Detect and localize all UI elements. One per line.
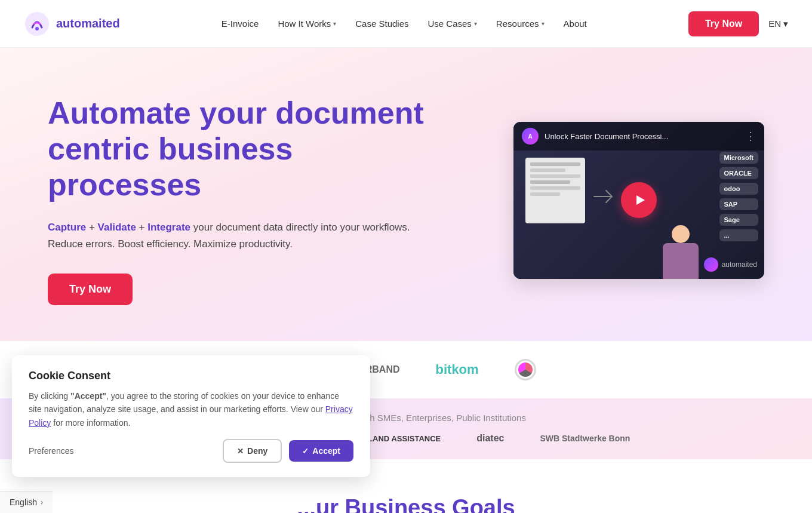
cookie-preferences[interactable]: Preferences <box>29 446 73 456</box>
lang-chevron: ▾ <box>783 19 788 29</box>
hero-section: Automate your document centric business … <box>0 48 812 341</box>
video-title-text: Unlock Faster Document Processi... <box>545 132 668 141</box>
svg-marker-2 <box>636 195 645 205</box>
lang-selector[interactable]: EN ▾ <box>768 19 788 29</box>
brand-sap: SAP <box>719 198 759 210</box>
watermark-logo-icon <box>704 257 718 272</box>
cookie-title: Cookie Consent <box>29 370 353 382</box>
brand-microsoft: Microsoft <box>719 152 759 164</box>
cookie-accept-button[interactable]: ✓ Accept <box>289 440 353 462</box>
lang-bar-label: English <box>10 497 37 507</box>
person-silhouette <box>657 225 705 279</box>
cookie-text3: for more information. <box>51 418 130 428</box>
hero-capture: Capture <box>48 222 86 233</box>
svg-point-1 <box>35 27 39 30</box>
hero-plus2: + <box>136 222 147 233</box>
use-cases-chevron: ▾ <box>474 20 477 27</box>
video-more-icon: ⋮ <box>745 130 756 143</box>
swb-logo: SWB Stadtwerke Bonn <box>540 434 630 443</box>
swb-text: SWB Stadtwerke Bonn <box>540 434 630 443</box>
video-bg: A Unlock Faster Document Processi... ⋮ M… <box>513 122 764 279</box>
automaited-watermark: automaited <box>704 257 757 272</box>
oracle-circle-icon <box>515 359 536 380</box>
video-title-bar: A Unlock Faster Document Processi... ⋮ <box>513 122 764 150</box>
hero-validate: Validate <box>98 222 136 233</box>
watermark-text: automaited <box>722 260 757 269</box>
logo-text: automaited <box>56 17 120 30</box>
nav-einvoice[interactable]: E-Invoice <box>222 19 259 29</box>
bitkom-text: bitkom <box>436 362 479 377</box>
lang-bar-chevron: › <box>41 498 43 506</box>
nav-case-studies[interactable]: Case Studies <box>355 19 408 29</box>
nav-use-cases[interactable]: Use Cases▾ <box>428 19 477 29</box>
diatec-logo: diatec <box>476 433 504 444</box>
hero-right: A Unlock Faster Document Processi... ⋮ M… <box>513 122 764 279</box>
resources-chevron: ▾ <box>542 20 545 27</box>
brand-odoo: odoo <box>719 183 759 195</box>
cookie-body: By clicking "Accept", you agree to the s… <box>29 389 353 429</box>
logo[interactable]: automaited <box>24 11 120 37</box>
nav-links: E-Invoice How It Works▾ Case Studies Use… <box>222 19 587 29</box>
accept-check-icon: ✓ <box>302 447 309 456</box>
cookie-actions: Preferences ✕ Deny ✓ Accept <box>29 439 353 463</box>
cookie-deny-button[interactable]: ✕ Deny <box>223 439 282 463</box>
navbar: automaited E-Invoice How It Works▾ Case … <box>0 0 812 48</box>
svg-point-0 <box>25 12 49 36</box>
brand-oracle: ORACLE <box>719 167 759 179</box>
play-button[interactable] <box>621 182 657 218</box>
hero-plus1: + <box>86 222 97 233</box>
nav-right: Try Now EN ▾ <box>688 11 788 36</box>
video-logo-icon: A <box>522 128 539 145</box>
business-title: ...ur Business Goals <box>48 495 764 513</box>
cookie-consent: Cookie Consent By clicking "Accept", you… <box>12 355 370 477</box>
try-now-hero-button[interactable]: Try Now <box>48 274 133 305</box>
hero-left: Automate your document centric business … <box>48 96 430 305</box>
video-thumbnail[interactable]: A Unlock Faster Document Processi... ⋮ M… <box>513 122 764 279</box>
brand-more: ... <box>719 229 759 241</box>
oracle-logo <box>515 359 536 380</box>
cookie-accept-word: "Accept" <box>70 391 106 401</box>
nav-how-it-works[interactable]: How It Works▾ <box>278 19 336 29</box>
arrow-icon <box>591 188 615 205</box>
hero-title: Automate your document centric business … <box>48 96 430 202</box>
logo-icon <box>24 11 50 37</box>
try-now-nav-button[interactable]: Try Now <box>688 11 759 36</box>
lang-label: EN <box>768 19 781 29</box>
document-preview <box>525 158 585 223</box>
hero-subtitle: Capture + Validate + Integrate your docu… <box>48 219 430 251</box>
oracle-inner-icon <box>518 363 533 377</box>
diatec-text: diatec <box>476 433 504 444</box>
play-icon <box>633 193 647 207</box>
hero-integrate: Integrate <box>147 222 190 233</box>
brand-sage: Sage <box>719 214 759 226</box>
cookie-text1: By clicking <box>29 391 70 401</box>
how-it-works-chevron: ▾ <box>333 20 336 27</box>
lang-bar[interactable]: English › <box>0 491 53 513</box>
video-brands: Microsoft ORACLE odoo SAP Sage ... <box>719 152 759 241</box>
nav-about[interactable]: About <box>564 19 587 29</box>
nav-resources[interactable]: Resources▾ <box>496 19 545 29</box>
deny-x-icon: ✕ <box>237 447 244 456</box>
bitkom-logo: bitkom <box>436 362 479 377</box>
